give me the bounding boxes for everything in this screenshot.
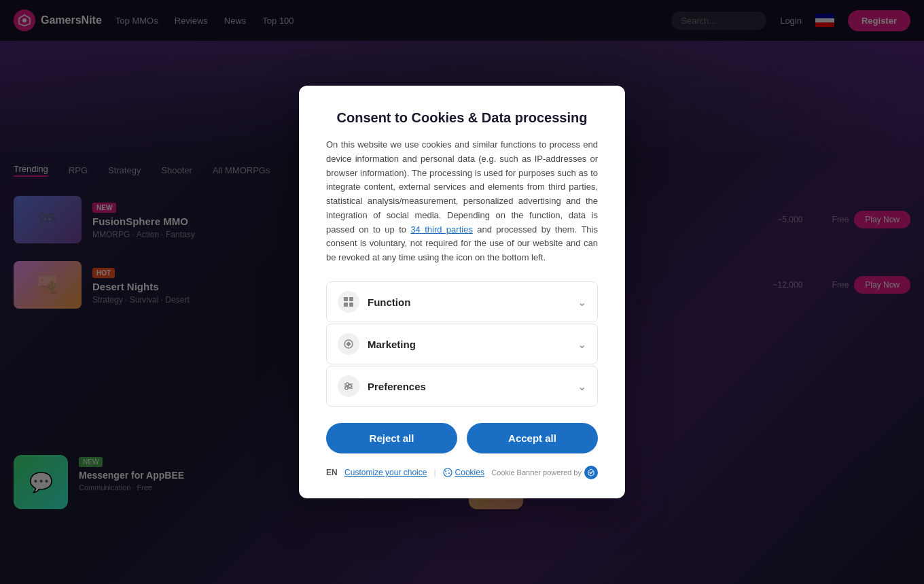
footer-separator: | (433, 468, 436, 477)
svg-point-13 (345, 387, 348, 390)
language-selector[interactable]: EN (326, 468, 338, 477)
svg-rect-3 (349, 297, 353, 301)
cookie-icon (443, 468, 452, 477)
powered-logo (584, 466, 598, 479)
svg-point-15 (445, 470, 446, 472)
cookies-label-text: Cookies (455, 468, 484, 477)
accordion-header-preferences[interactable]: Preferences ⌄ (327, 366, 597, 406)
preferences-chevron: ⌄ (578, 380, 586, 393)
cookie-modal: Consent to Cookies & Data processing On … (299, 86, 625, 498)
marketing-label: Marketing (368, 339, 569, 350)
svg-point-16 (448, 470, 449, 471)
cookie-footer: EN Customize your choice | Cookies Coo (326, 466, 598, 479)
function-label: Function (368, 296, 569, 308)
svg-point-11 (346, 383, 349, 385)
svg-point-17 (448, 473, 450, 474)
svg-rect-5 (349, 303, 353, 307)
customize-link[interactable]: Customize your choice (344, 468, 427, 477)
cookie-modal-body: On this website we use cookies and simil… (326, 138, 598, 265)
cookie-actions: Reject all Accept all (326, 423, 598, 453)
powered-text: Cookie Banner powered by (491, 468, 582, 477)
accordion-item-marketing: Marketing ⌄ (326, 324, 598, 364)
accordion-item-preferences: Preferences ⌄ (326, 366, 598, 407)
accordion-list: Function ⌄ Marketing ⌄ (326, 281, 598, 407)
svg-point-12 (349, 385, 351, 388)
cookie-body-text1: On this website we use cookies and simil… (326, 139, 598, 235)
third-party-link[interactable]: 34 third parties (410, 224, 473, 235)
preferences-icon (338, 375, 359, 397)
marketing-chevron: ⌄ (578, 338, 586, 351)
svg-rect-2 (344, 297, 348, 301)
svg-point-14 (444, 468, 452, 477)
function-chevron: ⌄ (578, 296, 586, 309)
svg-rect-4 (344, 303, 348, 307)
svg-point-18 (446, 473, 446, 474)
preferences-label: Preferences (368, 381, 569, 392)
modal-overlay: Consent to Cookies & Data processing On … (0, 0, 924, 584)
cookie-modal-title: Consent to Cookies & Data processing (326, 110, 598, 126)
accept-all-button[interactable]: Accept all (467, 423, 598, 453)
function-icon (338, 291, 359, 313)
accordion-item-function: Function ⌄ (326, 281, 598, 322)
accordion-header-marketing[interactable]: Marketing ⌄ (327, 324, 597, 364)
powered-by: Cookie Banner powered by (491, 466, 598, 479)
svg-point-7 (347, 343, 350, 345)
cookie-footer-center: Customize your choice | Cookies (344, 468, 484, 477)
accordion-header-function[interactable]: Function ⌄ (327, 282, 597, 322)
marketing-icon (338, 333, 359, 355)
cookies-link[interactable]: Cookies (443, 468, 484, 477)
reject-all-button[interactable]: Reject all (326, 423, 457, 453)
